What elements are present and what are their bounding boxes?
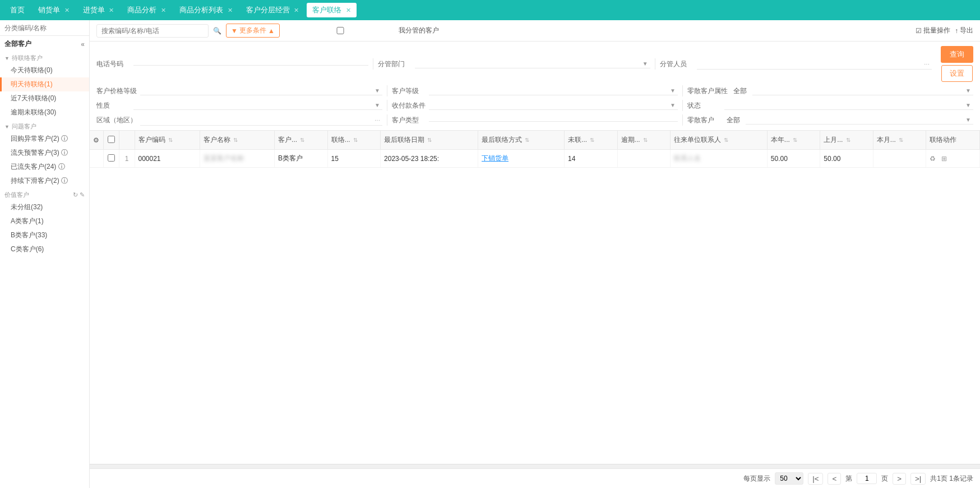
sort-name-icon: ⇅ (233, 137, 238, 143)
field-phone: 电话号码 (96, 59, 368, 69)
my-customers-checkbox[interactable] (284, 27, 396, 34)
last-contact-method-link[interactable]: 下销货单 (482, 154, 509, 162)
sep8 (682, 114, 683, 126)
col-this-month[interactable]: 本月... ⇅ (873, 131, 926, 150)
col-un-contact[interactable]: 未联... ⇅ (565, 131, 618, 150)
nav-close-customer-layering[interactable]: ✕ (294, 7, 299, 13)
col-last-contact-date[interactable]: 最后联络日期 ⇅ (381, 131, 478, 150)
search-input[interactable] (96, 24, 209, 38)
row-checkbox-cell[interactable] (103, 150, 119, 168)
row-checkbox[interactable] (108, 154, 115, 162)
row-customer-code[interactable]: 000021 (135, 150, 200, 168)
scrollbar[interactable] (90, 464, 980, 468)
nav-close-sales[interactable]: ✕ (64, 7, 70, 13)
col-last-month[interactable]: 上月... ⇅ (820, 131, 873, 150)
field-customer-level-input[interactable]: ▼ (429, 86, 678, 95)
sidebar-item-declining[interactable]: 持续下滑客户(2) ⓘ (0, 174, 89, 188)
sidebar-item-churned[interactable]: 已流失客户(24) ⓘ (0, 160, 89, 174)
field-dept-input[interactable]: ▼ (415, 59, 650, 68)
sidebar-item-ungrouped[interactable]: 未分组(32) (0, 200, 89, 214)
sidebar-all-customers[interactable]: 全部客户 « (0, 36, 89, 51)
page-input[interactable] (857, 473, 877, 484)
field-phone-input[interactable] (133, 63, 368, 66)
col-customer-code[interactable]: 客户编码 ⇅ (135, 131, 200, 150)
sidebar-item-7days[interactable]: 近7天待联络(0) (0, 91, 89, 105)
row-customer-name[interactable]: 某某客户名称 (200, 150, 274, 168)
field-status-input[interactable]: ▼ (724, 101, 973, 110)
sidebar-item-class-a[interactable]: A类客户(1) (0, 214, 89, 228)
field-retail-attr-input[interactable]: ▼ (752, 86, 973, 95)
first-page-btn[interactable]: |< (808, 473, 823, 485)
query-button[interactable]: 查询 (941, 46, 973, 63)
top-nav: 首页 销货单 ✕ 进货单 ✕ 商品分析 ✕ 商品分析列表 ✕ 客户分层经营 ✕ … (0, 0, 980, 20)
field-payment-terms-input[interactable]: ▼ (429, 101, 678, 110)
nav-close-product-analysis-list[interactable]: ✕ (228, 7, 233, 13)
value-group-refresh-icon[interactable]: ↻ (73, 191, 78, 199)
sidebar-item-tomorrow[interactable]: 明天待联络(1) (0, 77, 89, 91)
export-btn[interactable]: ↑ 导出 (955, 26, 973, 35)
total-records: 共1页 1条记录 (930, 474, 973, 484)
sidebar-search-input[interactable] (4, 24, 89, 32)
row-last-month: 50.00 (820, 150, 873, 168)
field-retail-customer-input[interactable]: ▼ (746, 116, 973, 125)
sep6 (682, 100, 683, 111)
nav-home[interactable]: 首页 (4, 3, 30, 17)
sidebar-collapse-icon[interactable]: « (81, 40, 85, 48)
col-checkbox[interactable] (103, 131, 119, 150)
sidebar-item-class-c[interactable]: C类客户(6) (0, 242, 89, 256)
page-unit: 页 (881, 474, 888, 484)
nav-customer-contact[interactable]: 客户联络 ✕ (307, 3, 357, 17)
sidebar-item-churn-warning[interactable]: 流失预警客户(3) ⓘ (0, 146, 89, 160)
search-icon[interactable]: 🔍 (213, 27, 221, 35)
last-page-btn[interactable]: >| (910, 473, 926, 485)
col-overdue[interactable]: 逾期... ⇅ (617, 131, 671, 150)
page-size-select[interactable]: 50 100 200 (775, 472, 803, 485)
nav-close-product-analysis[interactable]: ✕ (161, 7, 166, 13)
col-contact-person[interactable]: 往来单位联系人 ⇅ (671, 131, 768, 150)
sidebar-item-class-b[interactable]: B类客户(33) (0, 228, 89, 242)
my-customers-checkbox-label[interactable]: 我分管的客户 (284, 26, 439, 35)
field-customer-level-label: 客户等级 (392, 86, 426, 96)
field-retail-attr: 零散客户属性 全部 ▼ (687, 86, 973, 96)
col-contact-count[interactable]: 联络... ⇅ (327, 131, 381, 150)
nav-customer-layering[interactable]: 客户分层经营 ✕ (241, 3, 305, 17)
action-icon-2[interactable]: ⊞ (941, 155, 947, 163)
prev-page-btn[interactable]: < (828, 473, 841, 485)
field-status-label: 状态 (687, 101, 721, 111)
nav-sales[interactable]: 销货单 ✕ (33, 3, 75, 17)
field-manager-input[interactable]: ··· (697, 59, 932, 70)
sort-lastmonth-icon: ⇅ (846, 137, 850, 143)
right-btns: 查询 设置 (941, 46, 973, 82)
more-conditions-btn[interactable]: ▼ 更多条件 ▲ (226, 24, 280, 38)
nav-product-analysis-list[interactable]: 商品分析列表 ✕ (174, 3, 238, 17)
select-all-checkbox[interactable] (108, 136, 115, 143)
col-customer-name[interactable]: 客户名称 ⇅ (200, 131, 274, 150)
set-button[interactable]: 设置 (941, 65, 973, 82)
field-nature-label: 性质 (96, 101, 130, 111)
field-nature-input[interactable]: ▼ (133, 101, 382, 110)
field-region-input[interactable]: ··· (140, 115, 382, 126)
row-contact-count: 15 (327, 150, 381, 168)
nav-close-customer-contact[interactable]: ✕ (346, 7, 351, 13)
row-last-contact-method[interactable]: 下销货单 (478, 150, 565, 168)
sidebar-item-overdue[interactable]: 逾期未联络(30) (0, 105, 89, 119)
nav-product-analysis[interactable]: 商品分析 ✕ (122, 3, 172, 17)
table-header-row: ⚙ 客户编码 ⇅ 客户名称 ⇅ 客户... ⇅ 联络... ⇅ 最后联络日期 ⇅… (90, 131, 980, 150)
field-price-level-input[interactable]: ▼ (140, 86, 382, 95)
col-customer-type[interactable]: 客户... ⇅ (275, 131, 328, 150)
col-this-year[interactable]: 本年... ⇅ (767, 131, 820, 150)
blurred-name: 某某客户名称 (204, 154, 244, 162)
field-customer-type-input[interactable] (429, 119, 678, 122)
nav-purchase[interactable]: 进货单 ✕ (77, 3, 120, 17)
col-settings[interactable]: ⚙ (90, 131, 103, 150)
col-last-contact-method[interactable]: 最后联络方式 ⇅ (478, 131, 565, 150)
row-action[interactable]: ♻ ⊞ (926, 150, 980, 168)
sidebar-item-today[interactable]: 今天待联络(0) (0, 63, 89, 77)
sidebar-item-repurchase-abnormal[interactable]: 回购异常客户(2) ⓘ (0, 132, 89, 146)
value-group-edit-icon[interactable]: ✎ (80, 191, 85, 199)
batch-ops-label: 批量操作 (923, 26, 950, 35)
nav-close-purchase[interactable]: ✕ (109, 7, 114, 13)
action-icon-1[interactable]: ♻ (930, 155, 936, 163)
next-page-btn[interactable]: > (893, 473, 906, 485)
batch-ops-btn[interactable]: ☑ 批量操作 (916, 26, 950, 35)
